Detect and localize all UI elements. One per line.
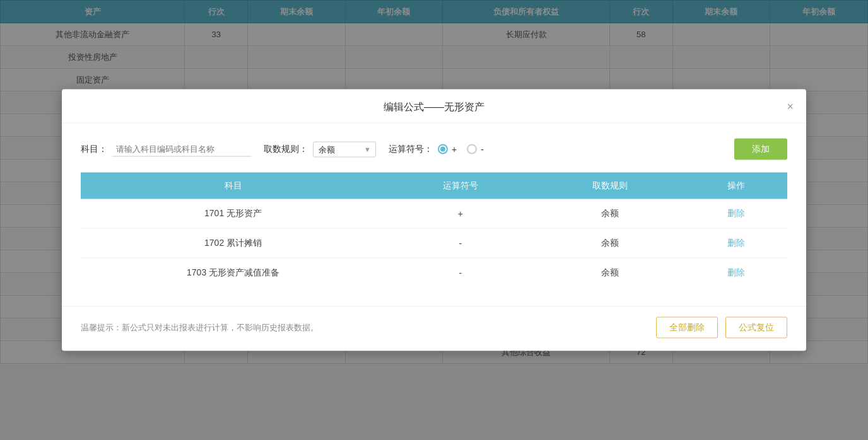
row3-delete-link[interactable]: 删除 (727, 267, 745, 277)
col-subject: 科目 (81, 173, 385, 199)
modal-footer: 温馨提示：新公式只对未出报表进行计算，不影响历史报表数据。 全部删除 公式复位 (62, 306, 806, 351)
col-operator: 运算符号 (385, 173, 535, 199)
row1-delete-link[interactable]: 删除 (727, 208, 745, 218)
radio-plus-circle (438, 144, 448, 154)
row2-subject: 1702 累计摊销 (81, 228, 385, 258)
subject-label: 科目： (81, 144, 107, 155)
col-action: 操作 (685, 173, 787, 199)
modal-header: 编辑公式——无形资产 × (62, 90, 806, 124)
operator-plus-radio[interactable]: + (438, 144, 457, 154)
row2-operator: - (385, 228, 535, 258)
modal-title: 编辑公式——无形资产 (384, 101, 484, 112)
formula-table: 科目 运算符号 取数规则 操作 1701 无形资产 + 余额 删除 1702 累… (81, 173, 787, 287)
subject-input[interactable] (112, 142, 251, 157)
footer-buttons: 全部删除 公式复位 (656, 317, 787, 339)
operator-radio-group: + - (438, 144, 484, 154)
rule-label: 取数规则： (264, 144, 308, 155)
table-row: 1703 无形资产减值准备 - 余额 删除 (81, 258, 787, 287)
edit-formula-modal: 编辑公式——无形资产 × 科目： 取数规则： 余额 借方 贷方 ▼ (62, 90, 806, 351)
rule-select[interactable]: 余额 借方 贷方 (313, 141, 376, 157)
row2-delete-link[interactable]: 删除 (727, 238, 745, 248)
operator-group: 运算符号： + - (389, 144, 484, 155)
row2-rule: 余额 (536, 228, 685, 258)
reset-formula-button[interactable]: 公式复位 (725, 317, 787, 339)
row1-subject: 1701 无形资产 (81, 199, 385, 229)
row1-operator: + (385, 199, 535, 229)
operator-label: 运算符号： (389, 144, 433, 155)
table-row: 1701 无形资产 + 余额 删除 (81, 199, 787, 229)
modal-body: 科目： 取数规则： 余额 借方 贷方 ▼ 运算符号： (62, 124, 806, 300)
subject-group: 科目： (81, 142, 251, 157)
operator-minus-radio[interactable]: - (467, 144, 484, 154)
modal-close-button[interactable]: × (787, 100, 794, 112)
delete-all-button[interactable]: 全部删除 (656, 317, 718, 339)
row3-operator: - (385, 258, 535, 287)
row1-rule: 余额 (536, 199, 685, 229)
table-row: 1702 累计摊销 - 余额 删除 (81, 228, 787, 258)
radio-minus-circle (467, 144, 477, 154)
operator-minus-label: - (481, 144, 484, 154)
operator-plus-label: + (452, 144, 457, 154)
add-button[interactable]: 添加 (734, 139, 787, 160)
row3-rule: 余额 (536, 258, 685, 287)
hint-text: 温馨提示：新公式只对未出报表进行计算，不影响历史报表数据。 (81, 322, 319, 333)
row3-subject: 1703 无形资产减值准备 (81, 258, 385, 287)
col-rule: 取数规则 (536, 173, 685, 199)
form-row: 科目： 取数规则： 余额 借方 贷方 ▼ 运算符号： (81, 139, 787, 160)
rule-group: 取数规则： 余额 借方 贷方 ▼ (264, 141, 376, 157)
rule-select-wrapper: 余额 借方 贷方 ▼ (313, 141, 376, 157)
